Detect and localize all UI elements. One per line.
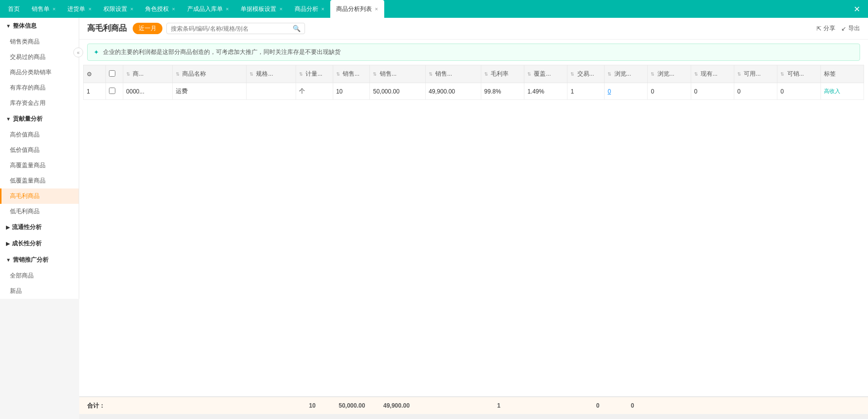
sort-icon-stock1: ⇅: [694, 72, 698, 77]
close-permissions-tab[interactable]: ×: [130, 6, 133, 12]
sidebar-item-high-margin[interactable]: 高毛利商品: [0, 188, 79, 204]
window-close-button[interactable]: ✕: [848, 4, 866, 14]
search-icon[interactable]: 🔍: [293, 25, 301, 32]
col-header-coverage[interactable]: ⇅ 覆盖...: [524, 65, 567, 83]
nav-purchase[interactable]: 进货单 ×: [61, 0, 97, 18]
sidebar-group-liquidity[interactable]: ▶ 流通性分析: [0, 219, 79, 235]
sidebar-item-low-coverage[interactable]: 低覆盖量商品: [0, 173, 79, 188]
sidebar-item-new-products[interactable]: 新品: [0, 283, 79, 299]
cell-sales-profit: 49,900.00: [425, 83, 481, 100]
sidebar-group-growth[interactable]: ▶ 成长性分析: [0, 235, 79, 252]
nav-product-analysis[interactable]: 商品分析 ×: [289, 0, 330, 18]
sort-icon-margin: ⇅: [484, 72, 488, 77]
close-purchase-tab[interactable]: ×: [88, 6, 91, 12]
sort-icon-sellable: ⇅: [780, 72, 784, 77]
col-header-code[interactable]: ⇅ 商...: [123, 65, 172, 83]
sidebar-item-traded-goods[interactable]: 交易过的商品: [0, 49, 79, 65]
nav-roles[interactable]: 角色授权 ×: [139, 0, 181, 18]
footer-sales-amt: 50,000.00: [339, 402, 383, 409]
sidebar-item-all-goods[interactable]: 全部商品: [0, 268, 79, 283]
close-finished-goods-tab[interactable]: ×: [226, 6, 229, 12]
collapse-arrow-contribution: ▼: [6, 116, 11, 122]
col-header-sellable[interactable]: ⇅ 可销...: [777, 65, 820, 83]
cell-browse1[interactable]: 0: [605, 83, 648, 100]
col-header-browse1[interactable]: ⇅ 浏览...: [605, 65, 648, 83]
product-table: ⚙ ⇅ 商... ⇅ 商品名称: [83, 65, 864, 100]
col-header-sales-profit[interactable]: ⇅ 销售...: [425, 65, 481, 83]
nav-permissions[interactable]: 权限设置 ×: [98, 0, 139, 18]
col-header-sales-amt[interactable]: ⇅ 销售...: [370, 65, 425, 83]
sort-icon-sales-qty: ⇅: [336, 72, 340, 77]
sidebar: ▼ 整体信息 销售类商品 交易过的商品 商品分类助销率 有库存的商品 库存资金占…: [0, 18, 79, 299]
col-header-tag: 标签: [820, 65, 864, 83]
sidebar-group-marketing[interactable]: ▼ 营销推广分析: [0, 252, 79, 268]
sidebar-item-in-stock-goods[interactable]: 有库存的商品: [0, 80, 79, 95]
sort-icon-browse2: ⇅: [651, 72, 655, 77]
sidebar-item-category-assist[interactable]: 商品分类助销率: [0, 65, 79, 80]
sidebar-item-low-margin[interactable]: 低毛利商品: [0, 204, 79, 219]
col-header-margin[interactable]: ⇅ 毛利率: [481, 65, 524, 83]
sort-icon-coverage: ⇅: [527, 72, 531, 77]
col-header-spec[interactable]: ⇅ 规格...: [247, 65, 296, 83]
col-header-num: ⚙: [84, 65, 106, 83]
content-area: 高毛利商品 近一月 🔍 ⇱ 分享 ↙ 导出 ✦ 企业的主要的利润都是这部分商品创…: [79, 18, 868, 419]
content-header: 高毛利商品 近一月 🔍 ⇱ 分享 ↙ 导出: [79, 18, 868, 40]
share-icon: ⇱: [817, 25, 821, 32]
sort-icon-stock2: ⇅: [737, 72, 741, 77]
nav-sales[interactable]: 销售单 ×: [26, 0, 61, 18]
sidebar-collapse-button[interactable]: «: [73, 47, 83, 57]
footer-sales-qty: 10: [309, 402, 339, 409]
table-header-row: ⚙ ⇅ 商... ⇅ 商品名称: [84, 65, 864, 83]
sort-icon-code: ⇅: [126, 72, 130, 77]
col-header-sales-qty[interactable]: ⇅ 销售...: [333, 65, 370, 83]
col-header-name[interactable]: ⇅ 商品名称: [172, 65, 247, 83]
nav-template-settings[interactable]: 单据模板设置 ×: [235, 0, 288, 18]
cell-num: 1: [84, 83, 106, 100]
sort-icon-spec: ⇅: [250, 72, 254, 77]
cell-sellable: 0: [777, 83, 820, 100]
data-table-container: ⚙ ⇅ 商... ⇅ 商品名称: [79, 65, 868, 396]
export-button[interactable]: ↙ 导出: [841, 24, 860, 33]
sidebar-item-sales-goods[interactable]: 销售类商品: [0, 34, 79, 49]
footer-tx: 1: [497, 402, 527, 409]
sidebar-item-high-value[interactable]: 高价值商品: [0, 127, 79, 142]
close-analysis-tab[interactable]: ×: [321, 6, 324, 12]
sidebar-group-overall[interactable]: ▼ 整体信息: [0, 18, 79, 34]
col-header-tx[interactable]: ⇅ 交易...: [567, 65, 605, 83]
sidebar-item-low-value[interactable]: 低价值商品: [0, 142, 79, 158]
cell-name: 运费: [172, 83, 247, 100]
col-header-stock1[interactable]: ⇅ 现有...: [691, 65, 734, 83]
search-box: 🔍: [166, 23, 305, 34]
cell-spec: [247, 83, 296, 100]
sidebar-group-contribution[interactable]: ▼ 贡献量分析: [0, 111, 79, 127]
share-button[interactable]: ⇱ 分享: [817, 24, 835, 33]
sort-icon-browse1: ⇅: [608, 72, 612, 77]
nav-finished-goods[interactable]: 产成品入库单 ×: [181, 0, 235, 18]
close-analysis-list-tab[interactable]: ×: [375, 6, 378, 12]
bottom-scrollbar[interactable]: [79, 414, 868, 419]
cell-tx: 1: [567, 83, 605, 100]
select-all-checkbox[interactable]: [109, 70, 115, 77]
filter-month-button[interactable]: 近一月: [133, 23, 162, 34]
col-header-stock2[interactable]: ⇅ 可用...: [734, 65, 777, 83]
footer-totals: 合计： 10 50,000.00 49,900.00 1 0 0: [79, 396, 868, 414]
search-input[interactable]: [171, 25, 293, 32]
sidebar-item-high-coverage[interactable]: 高覆盖量商品: [0, 158, 79, 173]
cell-tag: 高收入: [820, 83, 864, 100]
nav-home[interactable]: 首页: [2, 0, 26, 18]
settings-icon[interactable]: ⚙: [87, 71, 92, 78]
sort-icon-sales-profit: ⇅: [429, 72, 433, 77]
close-roles-tab[interactable]: ×: [172, 6, 175, 12]
col-header-check: [105, 65, 123, 83]
col-header-unit[interactable]: ⇅ 计量...: [296, 65, 333, 83]
cell-check[interactable]: [105, 83, 123, 100]
nav-analysis-list[interactable]: 商品分析列表 ×: [330, 0, 384, 18]
table-body: 1 0000... 运费 个 10 50,000.00 49,900.00 99…: [84, 83, 864, 100]
col-header-browse2[interactable]: ⇅ 浏览...: [648, 65, 691, 83]
sort-icon-tx: ⇅: [570, 72, 574, 77]
collapse-arrow-growth: ▶: [6, 241, 10, 246]
sidebar-item-stock-capital[interactable]: 库存资金占用: [0, 95, 79, 111]
close-template-tab[interactable]: ×: [279, 6, 282, 12]
row-checkbox[interactable]: [109, 88, 115, 94]
close-sales-tab[interactable]: ×: [52, 6, 55, 12]
